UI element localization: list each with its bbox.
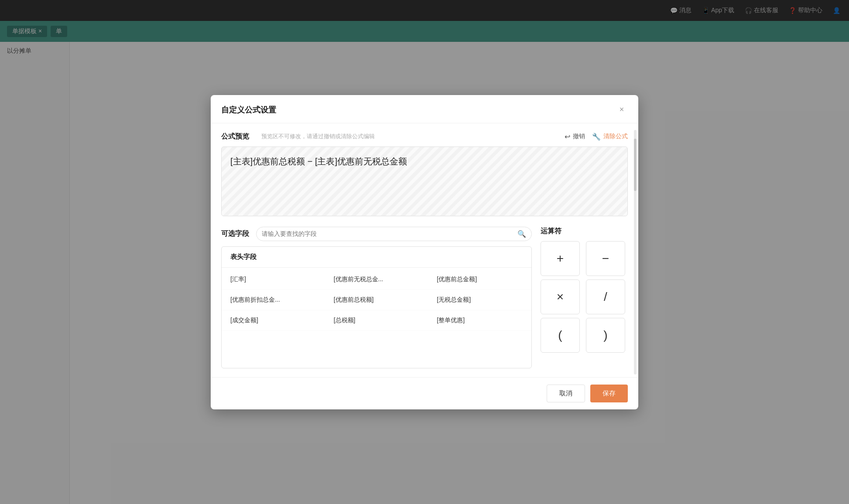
dialog-footer: 取消 保存 <box>211 377 638 409</box>
dialog-body: 公式预览 预览区不可修改，请通过撤销或清除公式编辑 ↩ 撤销 🔧 清除公式 [主… <box>211 123 638 377</box>
formula-preview-box: [主表]优惠前总税额 − [主表]优惠前无税总金额 <box>221 146 628 216</box>
close-button[interactable]: × <box>616 104 628 116</box>
formula-preview-label: 公式预览 <box>221 132 256 141</box>
fields-scroll-area[interactable]: [汇率] [优惠前无税总金... [优惠前总金额] [优惠前折扣总金... <box>222 268 531 333</box>
formula-hint: 预览区不可修改，请通过撤销或清除公式编辑 <box>261 133 565 140</box>
operator-left-paren[interactable]: ( <box>541 318 580 353</box>
field-item[interactable]: [优惠前总金额] <box>428 269 531 290</box>
scrollbar-thumb <box>634 139 637 191</box>
search-box[interactable]: 🔍 <box>256 227 532 241</box>
operator-right-paren[interactable]: ) <box>586 318 625 353</box>
search-input[interactable] <box>262 230 514 237</box>
search-icon: 🔍 <box>517 230 526 238</box>
fields-group-label: 表头字段 <box>222 247 531 268</box>
operators-grid: + − × / ( <box>541 241 628 353</box>
dialog-title: 自定义公式设置 <box>221 105 276 115</box>
field-item[interactable]: [优惠前折扣总金... <box>222 290 325 310</box>
formula-content: [主表]优惠前总税额 − [主表]优惠前无税总金额 <box>230 156 619 167</box>
clear-icon: 🔧 <box>592 133 601 141</box>
field-item[interactable]: [优惠前无税总金... <box>325 269 428 290</box>
modal-overlay: 自定义公式设置 × 公式预览 预览区不可修改，请通过撤销或清除公式编辑 ↩ 撤销… <box>0 0 849 504</box>
fields-list: 表头字段 [汇率] [优惠前无税总金... [优惠前总金额] <box>221 246 532 368</box>
field-item[interactable]: [优惠前总税额] <box>325 290 428 310</box>
field-item[interactable]: [无税总金额] <box>428 290 531 310</box>
save-button[interactable]: 保存 <box>590 385 628 402</box>
fields-header: 可选字段 🔍 <box>221 227 532 241</box>
undo-icon: ↩ <box>565 133 570 141</box>
operator-minus[interactable]: − <box>586 241 625 276</box>
operator-multiply[interactable]: × <box>541 279 580 314</box>
clear-formula-button[interactable]: 🔧 清除公式 <box>592 133 628 141</box>
field-item[interactable]: [整单优惠] <box>428 310 531 331</box>
formula-preview-row: 公式预览 预览区不可修改，请通过撤销或清除公式编辑 ↩ 撤销 🔧 清除公式 <box>221 132 628 141</box>
dialog-header: 自定义公式设置 × <box>211 95 638 123</box>
fields-section: 可选字段 🔍 表头字段 [汇率] <box>221 227 532 368</box>
dialog-scrollbar[interactable] <box>634 130 637 375</box>
formula-actions: ↩ 撤销 🔧 清除公式 <box>565 133 628 141</box>
fields-label: 可选字段 <box>221 229 256 238</box>
field-item[interactable]: [成交金额] <box>222 310 325 331</box>
undo-button[interactable]: ↩ 撤销 <box>565 133 585 141</box>
fields-grid: [汇率] [优惠前无税总金... [优惠前总金额] [优惠前折扣总金... <box>222 268 531 333</box>
fields-operators-row: 可选字段 🔍 表头字段 [汇率] <box>221 227 628 368</box>
formula-dialog: 自定义公式设置 × 公式预览 预览区不可修改，请通过撤销或清除公式编辑 ↩ 撤销… <box>211 95 638 409</box>
operators-label: 运算符 <box>541 227 628 236</box>
operator-divide[interactable]: / <box>586 279 625 314</box>
field-item[interactable]: [汇率] <box>222 269 325 290</box>
cancel-button[interactable]: 取消 <box>547 385 585 402</box>
field-item[interactable]: [总税额] <box>325 310 428 331</box>
operators-section: 运算符 + − × / <box>541 227 628 353</box>
operator-plus[interactable]: + <box>541 241 580 276</box>
